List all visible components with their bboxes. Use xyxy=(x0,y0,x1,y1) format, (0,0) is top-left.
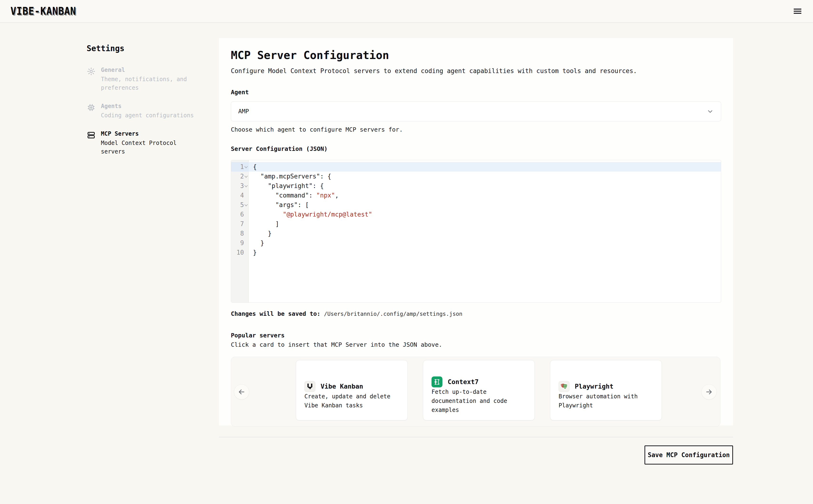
chevron-down-icon xyxy=(707,108,714,115)
code-text: "@playwright/mcp@latest" xyxy=(249,211,372,218)
code-text: "args": [ xyxy=(249,201,309,208)
line-number: 9 xyxy=(231,238,249,248)
code-line[interactable]: 9 } xyxy=(231,238,721,248)
sidebar-item-general[interactable]: General Theme, notifications, and prefer… xyxy=(87,66,210,92)
code-text: ] xyxy=(249,220,279,227)
code-text: } xyxy=(249,249,257,256)
save-mcp-configuration-button[interactable]: Save MCP Configuration xyxy=(644,445,733,464)
fold-chevron-icon[interactable] xyxy=(244,184,248,187)
settings-sidebar: Settings General Theme, notifications, a… xyxy=(87,44,210,166)
gear-icon xyxy=(87,67,96,76)
code-line[interactable]: 8 } xyxy=(231,229,721,238)
arrow-right-icon xyxy=(705,388,713,396)
page-description: Configure Model Context Protocol servers… xyxy=(231,67,721,74)
carousel-prev-button[interactable] xyxy=(234,384,249,400)
fold-chevron-icon[interactable] xyxy=(244,203,248,206)
line-number: 10 xyxy=(231,248,249,257)
code-line[interactable]: 7 ] xyxy=(231,219,721,229)
line-number: 2 xyxy=(231,172,249,181)
server-card-name: Context7 xyxy=(448,378,479,385)
sidebar-title: Settings xyxy=(87,44,210,53)
server-card-vibe-kanban[interactable]: Vibe Kanban Create, update and delete Vi… xyxy=(296,360,408,420)
code-line[interactable]: 10} xyxy=(231,248,721,257)
sidebar-item-subtitle: Model Context Protocol servers xyxy=(101,139,198,156)
code-text: } xyxy=(249,230,272,237)
code-line[interactable]: 6 "@playwright/mcp@latest" xyxy=(231,210,721,219)
saved-to-note: Changes will be saved to: /Users/britann… xyxy=(231,310,721,317)
footer-divider xyxy=(219,437,733,437)
saved-to-path: /Users/britannio/.config/amp/settings.js… xyxy=(324,311,462,317)
agent-select-value: AMP xyxy=(238,108,249,115)
sidebar-item-subtitle: Coding agent configurations xyxy=(101,111,198,120)
server-card-name: Playwright xyxy=(575,383,614,390)
server-card-name: Vibe Kanban xyxy=(321,383,363,390)
hamburger-menu-icon xyxy=(793,6,803,16)
carousel-next-button[interactable] xyxy=(701,384,717,400)
server-card-description: Browser automation with Playwright xyxy=(559,393,638,409)
saved-to-label: Changes will be saved to: xyxy=(231,310,320,317)
code-text: "playwright": { xyxy=(249,182,324,189)
context7-logo-icon xyxy=(431,376,442,387)
fold-chevron-icon[interactable] xyxy=(244,174,248,178)
sidebar-item-label: Agents xyxy=(101,103,198,110)
line-number: 3 xyxy=(231,181,249,191)
hamburger-menu-button[interactable] xyxy=(793,6,803,16)
code-text: "amp.mcpServers": { xyxy=(249,173,331,180)
mcp-config-panel: MCP Server Configuration Configure Model… xyxy=(219,38,733,425)
code-text: { xyxy=(249,163,257,170)
line-number: 8 xyxy=(231,229,249,238)
line-number: 4 xyxy=(231,191,249,200)
chip-icon xyxy=(87,103,96,112)
playwright-masks-icon xyxy=(559,381,570,392)
server-card-description: Create, update and delete Vibe Kanban ta… xyxy=(304,393,390,409)
line-number: 6 xyxy=(231,210,249,219)
line-number: 1 xyxy=(231,162,249,172)
code-line[interactable]: 2 "amp.mcpServers": { xyxy=(231,172,721,181)
code-line[interactable]: 4 "command": "npx", xyxy=(231,191,721,200)
app-logo[interactable]: VIBE-KANBAN xyxy=(10,5,76,17)
vibe-kanban-logo-icon xyxy=(304,381,315,392)
agent-label: Agent xyxy=(231,89,721,96)
line-number: 5 xyxy=(231,200,249,210)
popular-servers-title: Popular servers xyxy=(231,332,721,339)
code-lines: 1{2 "amp.mcpServers": {3 "playwright": {… xyxy=(231,162,721,257)
agent-helper-text: Choose which agent to configure MCP serv… xyxy=(231,126,721,133)
server-card-description: Fetch up-to-date documentation and code … xyxy=(431,389,507,413)
code-text: "command": "npx", xyxy=(249,192,339,199)
json-editor[interactable]: 1{2 "amp.mcpServers": {3 "playwright": {… xyxy=(231,160,721,303)
popular-servers-carousel: Vibe Kanban Create, update and delete Vi… xyxy=(231,357,720,427)
sidebar-item-label: MCP Servers xyxy=(101,130,198,137)
line-number: 7 xyxy=(231,219,249,229)
code-line[interactable]: 3 "playwright": { xyxy=(231,181,721,191)
sidebar-item-subtitle: Theme, notifications, and preferences xyxy=(101,75,198,92)
sidebar-item-agents[interactable]: Agents Coding agent configurations xyxy=(87,103,210,120)
agent-select[interactable]: AMP xyxy=(231,101,721,121)
code-line[interactable]: 1{ xyxy=(231,162,721,172)
sidebar-item-label: General xyxy=(101,66,198,74)
server-icon xyxy=(87,131,96,140)
server-card-playwright[interactable]: Playwright Browser automation with Playw… xyxy=(550,360,662,420)
code-text: } xyxy=(249,239,264,247)
arrow-left-icon xyxy=(238,388,246,396)
sidebar-item-mcp-servers[interactable]: MCP Servers Model Context Protocol serve… xyxy=(87,130,210,156)
editor-label: Server Configuration (JSON) xyxy=(231,145,721,152)
code-line[interactable]: 5 "args": [ xyxy=(231,200,721,210)
top-bar: VIBE-KANBAN xyxy=(0,0,813,23)
server-card-context7[interactable]: Context7 Fetch up-to-date documentation … xyxy=(423,360,535,420)
page-title: MCP Server Configuration xyxy=(231,49,721,62)
fold-chevron-icon[interactable] xyxy=(244,165,248,168)
popular-servers-subtitle: Click a card to insert that MCP Server i… xyxy=(231,341,721,348)
